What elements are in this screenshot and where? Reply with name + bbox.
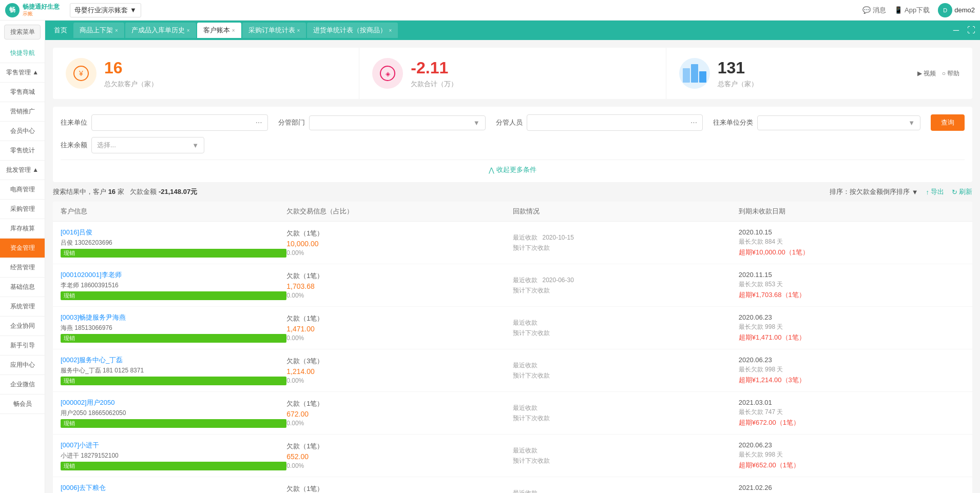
person-input[interactable]: ··· xyxy=(527,114,703,131)
sidebar-item-retail-stats[interactable]: 零售统计 xyxy=(0,141,45,161)
user-menu-button[interactable]: D demo2 xyxy=(938,3,975,17)
overdue-amount-link[interactable]: 超期¥1,471.00（1笔） xyxy=(739,333,965,342)
customer-name-link[interactable]: [0001020001]李老师 xyxy=(61,270,286,280)
sort-selector[interactable]: 排序：按欠款金额倒序排序 ▼ xyxy=(830,187,918,196)
sidebar-item-basic-info[interactable]: 基础信息 xyxy=(0,278,45,297)
stat-card-debt-customers: ¥ 16 总欠款客户（家） xyxy=(53,48,359,99)
app-sub-link[interactable]: 示账 xyxy=(23,11,60,17)
tab-product-shelf[interactable]: 商品上下架 × xyxy=(73,23,124,38)
sidebar-item-member-center[interactable]: 会员中心 xyxy=(0,122,45,141)
overdue-amount-link[interactable]: 超期¥672.00（1笔） xyxy=(739,418,965,427)
minimize-icon[interactable]: ─ xyxy=(951,26,961,35)
debt-percent: 0.00% xyxy=(286,420,512,427)
sidebar-item-system[interactable]: 系统管理 xyxy=(0,297,45,317)
sidebar-item-capital[interactable]: 资金管理 xyxy=(0,239,45,258)
chevron-down-icon: ▼ xyxy=(908,119,915,127)
overdue-date: 2021.02.26 xyxy=(739,484,965,491)
sidebar-item-retail-mall[interactable]: 零售商城 xyxy=(0,83,45,102)
overdue-amount-link[interactable]: 超期¥1,214.00（3笔） xyxy=(739,376,965,385)
debt-amount: 1,703.68 xyxy=(286,282,512,290)
phone-icon: 📱 xyxy=(894,6,902,14)
sidebar-item-ecommerce[interactable]: 电商管理 xyxy=(0,180,45,200)
collapse-filters-button[interactable]: ⋀ 收起更多条件 xyxy=(61,160,965,174)
tab-customer-account[interactable]: 客户账本 × xyxy=(197,23,241,38)
refresh-button[interactable]: ↻ 刷新 xyxy=(952,187,972,196)
customer-tag: 现销 xyxy=(61,334,286,343)
customer-name-link[interactable]: [0006]去下粮仓 xyxy=(61,483,286,492)
header-debt-info: 欠款交易信息（占比） xyxy=(286,207,512,216)
search-menu-button[interactable]: 搜索菜单 xyxy=(4,25,41,40)
tab-close-icon[interactable]: × xyxy=(115,28,118,33)
customer-name-link[interactable]: [0002]服务中心_丁磊 xyxy=(61,356,286,365)
tab-home[interactable]: 首页 xyxy=(48,23,73,38)
department-select[interactable]: ▼ xyxy=(309,115,486,130)
debt-count: 欠款（1笔） xyxy=(286,442,512,451)
customer-source-input[interactable]: ··· xyxy=(91,114,268,131)
customer-phone: 海燕 18513066976 xyxy=(61,324,286,332)
sidebar-item-operation[interactable]: 经营管理 xyxy=(0,258,45,278)
overdue-days: 最长欠款 884 天 xyxy=(739,238,965,246)
tab-close-icon[interactable]: × xyxy=(389,28,392,33)
sidebar-item-quick-nav: 快捷导航 xyxy=(0,44,45,63)
tab-close-icon[interactable]: × xyxy=(297,28,300,33)
sidebar-item-enterprise-wechat[interactable]: 企业微信 xyxy=(0,375,45,395)
balance-filter-label: 往来余额 xyxy=(61,141,87,150)
message-icon: 💬 xyxy=(862,6,871,14)
customer-name-link[interactable]: [0003]畅捷服务尹海燕 xyxy=(61,313,286,322)
search-button[interactable]: 查询 xyxy=(931,114,965,131)
tab-bar: 首页 商品上下架 × 产成品入库单历史 × 客户账本 × 采购订单统计表 × xyxy=(45,21,980,40)
sidebar-item-new-guide[interactable]: 新手引导 xyxy=(0,336,45,356)
last-collect-label: 最近收款 xyxy=(513,404,739,412)
tab-purchase-order[interactable]: 采购订单统计表 × xyxy=(242,23,306,38)
recovery-cell: 最近收款 预计下次收款 xyxy=(513,361,739,380)
customer-tag: 现销 xyxy=(61,462,286,470)
category-select[interactable]: ▼ xyxy=(757,115,920,130)
tab-product-history[interactable]: 产成品入库单历史 × xyxy=(125,23,196,38)
table-row: [0007]小进干 小进干 18279152100 现销 欠款（1笔） 652.… xyxy=(53,435,972,477)
app-download-button[interactable]: 📱 App下载 xyxy=(894,6,930,15)
header-overdue: 到期未收款日期 xyxy=(739,207,965,216)
recovery-cell: 最近收款 预计下次收款 xyxy=(513,404,739,423)
overdue-amount-link[interactable]: 超期¥1,703.68（1笔） xyxy=(739,290,965,300)
debt-customers-icon: ¥ xyxy=(66,58,97,89)
data-table: 客户信息 欠款交易信息（占比） 回款情况 到期未收款日期 [0016]吕俊 吕俊… xyxy=(53,202,972,493)
sidebar-item-marketing[interactable]: 营销推广 xyxy=(0,102,45,122)
sidebar-item-app-center[interactable]: 应用中心 xyxy=(0,356,45,375)
debt-count: 欠款（1笔） xyxy=(286,314,512,323)
tab-close-icon[interactable]: × xyxy=(232,28,235,33)
customer-tag: 现销 xyxy=(61,249,286,258)
debt-count: 欠款（3笔） xyxy=(286,357,512,366)
sidebar-item-vip-member[interactable]: 畅会员 xyxy=(0,395,45,414)
debt-info-cell: 欠款（1笔） 652.00 0.00% xyxy=(286,442,512,469)
customer-info-cell: [0003]畅捷服务尹海燕 海燕 18513066976 现销 xyxy=(61,313,286,343)
overdue-amount-link[interactable]: 超期¥652.00（1笔） xyxy=(739,461,965,470)
overdue-amount-link[interactable]: 超期¥10,000.00（1笔） xyxy=(739,248,965,257)
company-selector[interactable]: 母婴行业演示账套 ▼ xyxy=(70,3,141,17)
customer-name-link[interactable]: [0016]吕俊 xyxy=(61,228,286,237)
sidebar-item-enterprise[interactable]: 企业协同 xyxy=(0,317,45,336)
maximize-icon[interactable]: ⛶ xyxy=(965,26,977,35)
customer-info-cell: [0016]吕俊 吕俊 13026203696 现销 xyxy=(61,228,286,258)
message-button[interactable]: 💬 消息 xyxy=(862,6,886,15)
last-collect-label: 最近收款 xyxy=(513,361,739,370)
sidebar-item-retail-mgmt[interactable]: 零售管理 ▲ xyxy=(0,63,45,83)
sidebar-search-area: 搜索菜单 xyxy=(0,21,45,44)
page-content: ¥ 16 总欠款客户（家） ◈ xyxy=(45,40,980,493)
customer-phone: 李老师 18600391516 xyxy=(61,281,286,290)
balance-select[interactable]: 选择... ▼ xyxy=(91,137,204,153)
tab-close-icon[interactable]: × xyxy=(187,28,190,33)
customer-name-link[interactable]: [000002]用户2050 xyxy=(61,398,286,407)
help-button[interactable]: ○ 帮助 xyxy=(942,69,959,78)
export-button[interactable]: ↑ 导出 xyxy=(926,187,945,196)
sidebar-item-purchase[interactable]: 采购管理 xyxy=(0,200,45,219)
overdue-cell: 2020.11.15 最长欠款 853 天 超期¥1,703.68（1笔） xyxy=(739,271,965,300)
app-logo-icon: 畅 xyxy=(5,3,20,17)
filter-row-2: 往来余额 选择... ▼ xyxy=(61,137,965,153)
overdue-date: 2021.03.01 xyxy=(739,399,965,406)
sidebar-item-inventory[interactable]: 库存核算 xyxy=(0,219,45,239)
tab-purchase-stats[interactable]: 进货单统计表（按商品） × xyxy=(307,23,398,38)
view-video-button[interactable]: ▶ 视频 xyxy=(917,69,936,78)
sidebar-item-batch-mgmt[interactable]: 批发管理 ▲ xyxy=(0,161,45,180)
debt-count: 欠款（1笔） xyxy=(286,271,512,281)
customer-name-link[interactable]: [0007]小进干 xyxy=(61,441,286,450)
